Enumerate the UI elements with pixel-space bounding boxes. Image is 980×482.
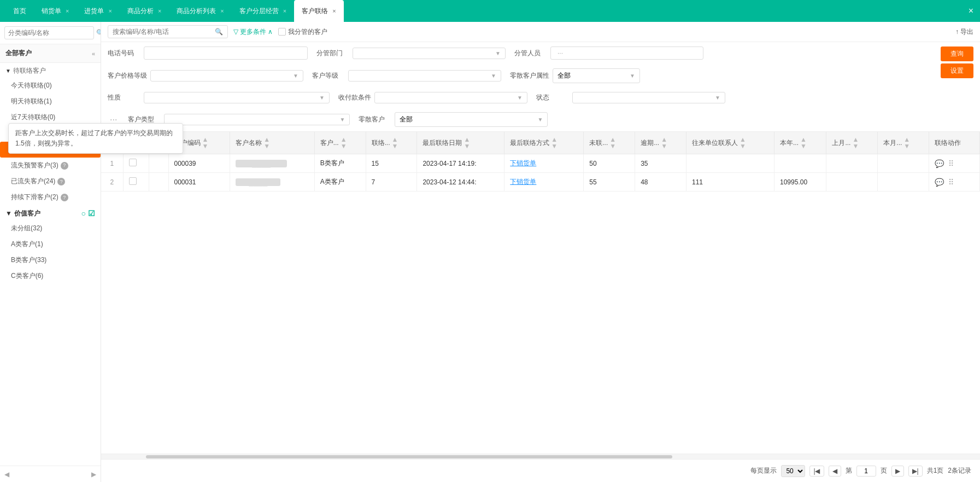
row1-last-contact-method[interactable]: 下销货单: [504, 154, 584, 173]
sidebar-search-input[interactable]: [4, 26, 94, 39]
filter-status-select[interactable]: ▼: [572, 92, 725, 103]
settings-button[interactable]: 设置: [941, 63, 973, 78]
filter-phone-label: 电话号码: [108, 49, 140, 58]
nav-home[interactable]: 首页: [5, 0, 34, 22]
sidebar-nav-next[interactable]: ▶: [91, 471, 96, 478]
col-this-month[interactable]: 本月... ▲▼: [878, 132, 929, 154]
nav-product-list[interactable]: 商品分析列表 ×: [169, 0, 231, 22]
nav-sales-close[interactable]: ×: [66, 0, 69, 22]
col-last-month-sort: 上月... ▲▼: [832, 136, 872, 149]
next-page-button[interactable]: ▶: [891, 466, 904, 477]
sidebar-collapse-icon[interactable]: «: [92, 50, 95, 57]
col-company-contact[interactable]: 往来单位联系人 ▲▼: [686, 132, 774, 154]
close-all-button[interactable]: ×: [969, 6, 973, 16]
search-input[interactable]: [113, 28, 215, 36]
col-this-year[interactable]: 本年... ▲▼: [774, 132, 826, 154]
filter-payment-select[interactable]: ▼: [374, 92, 527, 103]
row1-action-icon-1[interactable]: 💬: [935, 159, 944, 168]
sidebar-item-b-class[interactable]: B类客户(33): [0, 252, 101, 268]
col-last-contact-method[interactable]: 最后联络方式 ▲▼: [504, 132, 584, 154]
sidebar-item-today[interactable]: 今天待联络(0): [0, 78, 101, 94]
row2-checkbox-input[interactable]: [129, 177, 137, 185]
sort-arrows-overdue: ▲▼: [661, 136, 667, 149]
sidebar-edit-icon-1[interactable]: ○: [81, 209, 86, 218]
sidebar-item-ungroup[interactable]: 未分组(32): [0, 220, 101, 236]
last-page-button[interactable]: ▶|: [908, 466, 923, 477]
filter-zero-customer-select[interactable]: 全部 ▼: [395, 112, 548, 127]
search-icon[interactable]: 🔍: [215, 28, 223, 36]
row2-name-blur: ████: [236, 178, 280, 186]
sidebar-search-icon[interactable]: 🔍: [96, 29, 101, 37]
row2-method-link[interactable]: 下销货单: [510, 178, 536, 185]
col-uncontact[interactable]: 未联... ▲▼: [584, 132, 635, 154]
row1-action-icon-2[interactable]: ⠿: [948, 159, 954, 168]
sidebar-item-a-class[interactable]: A类客户(1): [0, 236, 101, 252]
lost-tooltip-icon[interactable]: ?: [57, 178, 65, 185]
filter-person-dots[interactable]: ···: [558, 49, 563, 57]
row1-checkbox[interactable]: [123, 154, 149, 173]
col-name[interactable]: 客户名称 ▲▼: [230, 132, 314, 154]
filter-dept-select[interactable]: ▼: [353, 48, 506, 59]
nav-customer-segment[interactable]: 客户分层经营 ×: [232, 0, 294, 22]
sidebar-all-customers-header[interactable]: 全部客户 «: [0, 44, 101, 63]
col-last-contact-date[interactable]: 最后联络日期 ▲▼: [417, 132, 504, 154]
nav-product-list-close[interactable]: ×: [220, 0, 224, 22]
nav-purchase-close[interactable]: ×: [108, 0, 112, 22]
row1-actions: 💬 ⠿: [935, 159, 974, 168]
export-button[interactable]: ↑ 导出: [955, 27, 973, 37]
nav-product-analysis[interactable]: 商品分析 ×: [120, 0, 169, 22]
nav-customer-contact[interactable]: 客户联络 ×: [294, 0, 343, 22]
filter-person-select[interactable]: ···: [550, 47, 703, 60]
page-input[interactable]: [856, 466, 876, 477]
sidebar-nav-prev[interactable]: ◀: [4, 471, 9, 478]
more-filter-arrow: ∧: [268, 28, 273, 36]
filter-customer-level-select[interactable]: ▼: [348, 70, 501, 82]
col-level[interactable]: 客户... ▲▼: [314, 132, 366, 154]
sidebar-item-c-class[interactable]: C类客户(6): [0, 268, 101, 284]
row2-action-icon-2[interactable]: ⠿: [948, 178, 954, 187]
more-filter-button[interactable]: ▽ 更多条件 ∧: [233, 27, 273, 37]
col-overdue[interactable]: 逾期... ▲▼: [635, 132, 686, 154]
row2-code: 000031: [168, 173, 230, 191]
filter-customer-type-select[interactable]: ▼: [164, 114, 350, 125]
my-customer-checkbox[interactable]: [278, 28, 286, 36]
sidebar-waiting-contact-group[interactable]: ▼ 待联络客户: [0, 63, 101, 78]
abnormal-tooltip-box: 距客户上次交易时长，超过了此客户的平均交易周期的1.5倍，则视为异常。: [8, 123, 183, 154]
sidebar-item-lost[interactable]: 已流失客户(24) ?: [0, 173, 101, 189]
sidebar-edit-icon-2[interactable]: ☑: [88, 209, 95, 218]
filter-nature-select[interactable]: ▼: [144, 92, 330, 103]
filter-actions: 查询 设置: [941, 47, 973, 78]
row1-method-link[interactable]: 下销货单: [510, 159, 536, 167]
row2-this-year: 10995.00: [774, 173, 826, 191]
per-page-select[interactable]: 50: [781, 465, 805, 477]
col-contact[interactable]: 联络... ▲▼: [366, 132, 417, 154]
sidebar-item-declining[interactable]: 持续下滑客户(2) ?: [0, 189, 101, 205]
row2-checkbox[interactable]: [123, 173, 149, 191]
filter-status: 状态 ▼: [536, 92, 725, 103]
filter-zero-attr-select[interactable]: 全部 ▼: [553, 68, 640, 83]
declining-tooltip-icon[interactable]: ?: [61, 194, 68, 201]
row2-action-icon-1[interactable]: 💬: [935, 178, 944, 187]
query-button[interactable]: 查询: [941, 47, 973, 61]
filter-price-level-select[interactable]: ▼: [150, 70, 303, 82]
first-page-button[interactable]: |◀: [809, 466, 824, 477]
row1-checkbox-input[interactable]: [129, 159, 137, 166]
nav-purchase[interactable]: 进货单 ×: [77, 0, 119, 22]
filter-zero-customer: 零散客户 全部 ▼: [359, 112, 548, 127]
filter-payment-arrow: ▼: [517, 95, 523, 101]
filter-phone-input[interactable]: [144, 47, 308, 60]
nav-customer-segment-close[interactable]: ×: [283, 0, 286, 22]
sidebar-item-loss-warning[interactable]: 流失预警客户(3) ?: [0, 158, 101, 173]
nav-customer-contact-close[interactable]: ×: [332, 0, 336, 22]
sidebar-item-tomorrow[interactable]: 明天待联络(1): [0, 94, 101, 109]
row2-last-contact-method[interactable]: 下销货单: [504, 173, 584, 191]
nav-product-analysis-close[interactable]: ×: [158, 0, 161, 22]
prev-page-button[interactable]: ◀: [829, 466, 841, 477]
scrollbar-thumb[interactable]: [146, 455, 672, 458]
loss-warning-icon[interactable]: ?: [61, 162, 68, 170]
nav-sales[interactable]: 销货单 ×: [34, 0, 77, 22]
sidebar-value-customers-group[interactable]: ▼ 价值客户 ○ ☑: [0, 206, 101, 220]
my-customer-checkbox-area[interactable]: 我分管的客户: [278, 27, 327, 37]
col-last-month[interactable]: 上月... ▲▼: [826, 132, 878, 154]
horizontal-scrollbar[interactable]: [101, 454, 980, 459]
